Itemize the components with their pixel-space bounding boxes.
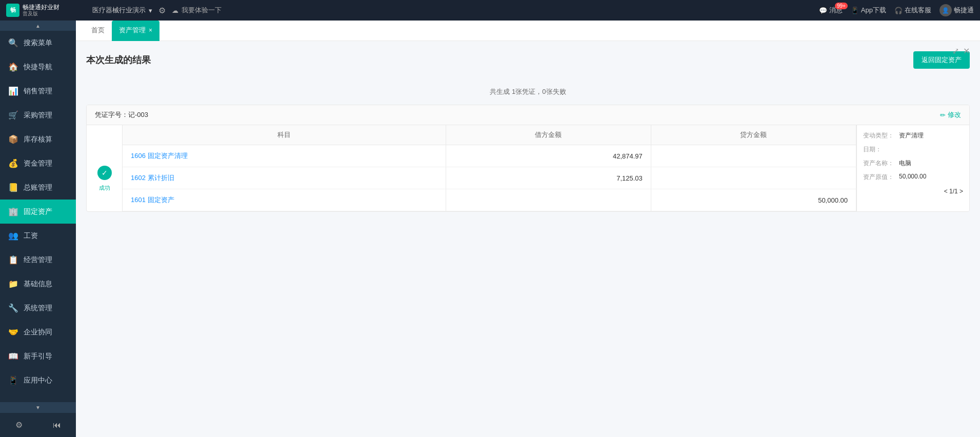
panel-change-type: 变动类型： 资产清理: [863, 131, 963, 140]
panel-date: 日期：: [863, 145, 963, 154]
company-selector[interactable]: 医疗器械行业演示 ▾: [92, 6, 152, 15]
tab-close-icon[interactable]: ×: [149, 27, 152, 34]
sidebar-item-ledger[interactable]: 📒 总账管理: [0, 175, 76, 200]
success-icon: ✓: [97, 166, 112, 180]
sidebar-item-fund[interactable]: 💰 资金管理: [0, 151, 76, 175]
scroll-up-button[interactable]: ▲: [0, 21, 76, 31]
message-badge: 99+: [835, 3, 848, 9]
sidebar-item-label: 销售管理: [24, 87, 52, 96]
asset-name-label: 资产名称：: [863, 159, 899, 168]
expand-icon[interactable]: ⤢: [952, 46, 959, 56]
sidebar-item-label: 企业协同: [24, 328, 52, 337]
page-header: 本次生成的结果 返回固定资产: [86, 51, 970, 69]
change-type-label: 变动类型：: [863, 131, 899, 140]
credit-1601: 50,000.00: [651, 189, 856, 211]
logo-icon: 畅: [6, 4, 19, 17]
sidebar-item-label: 总账管理: [24, 183, 52, 192]
sidebar-item-label: 快捷导航: [24, 63, 52, 72]
customer-service-button[interactable]: 🎧 在线客服: [894, 6, 931, 15]
page-content: ⤢ ✕ 本次生成的结果 返回固定资产 共生成 1张凭证，0张失败 凭证字号：记-…: [76, 41, 980, 437]
column-debit: 借方金额: [446, 125, 651, 145]
sidebar-item-label: 搜索菜单: [24, 38, 52, 48]
sidebar-item-label: 应用中心: [24, 376, 52, 385]
sidebar-item-payroll[interactable]: 👥 工资: [0, 224, 76, 248]
content-area: 首页 资产管理 × ⤢ ✕ 本次生成的结果 返回固定资产 共生成 1张凭证，0张…: [76, 21, 980, 437]
sidebar-item-label: 系统管理: [24, 304, 52, 313]
table-row: 1601 固定资产 50,000.00: [123, 189, 856, 211]
scroll-down-button[interactable]: ▼: [0, 402, 76, 412]
header-center: 医疗器械行业演示 ▾ ⚙ ☁ 我要体验一下: [82, 6, 819, 15]
sidebar-item-basic-info[interactable]: 📁 基础信息: [0, 272, 76, 296]
panel-original-value: 资产原值： 50,000.00: [863, 173, 963, 182]
sidebar-settings-icon[interactable]: ⚙: [12, 417, 26, 433]
edit-label: 修改: [948, 110, 961, 120]
account-1606: 1606 固定资产清理: [123, 145, 446, 167]
sidebar-item-label: 新手引导: [24, 352, 52, 361]
date-label: 日期：: [863, 145, 899, 154]
logo-area: 畅 畅捷通好业财 普及版: [6, 4, 82, 17]
account-1602: 1602 累计折旧: [123, 167, 446, 189]
edit-button[interactable]: ✏ 修改: [940, 110, 961, 120]
change-type-value: 资产清理: [899, 131, 924, 140]
sidebar-item-quick-nav[interactable]: 🏠 快捷导航: [0, 55, 76, 79]
system-icon: 🔧: [8, 303, 18, 313]
tab-home-label: 首页: [91, 26, 105, 35]
voucher-body: ✓ 成功 科目 借方金额 贷方金额: [87, 125, 969, 211]
fund-icon: 💰: [8, 158, 18, 168]
sidebar-item-app-center[interactable]: 📱 应用中心: [0, 368, 76, 392]
sidebar-item-fixed-assets[interactable]: 🏢 固定资产: [0, 200, 76, 224]
voucher-table: 科目 借方金额 贷方金额 1606 固定资产清理 4: [123, 125, 856, 211]
experience-button[interactable]: ☁ 我要体验一下: [172, 6, 222, 15]
debit-1602: 7,125.03: [446, 167, 651, 189]
table-row: 1602 累计折旧 7,125.03: [123, 167, 856, 189]
user-area[interactable]: 👤 畅捷通: [939, 4, 974, 16]
close-icon[interactable]: ✕: [963, 46, 970, 56]
sidebar-item-label: 基础信息: [24, 280, 52, 289]
app-center-icon: 📱: [8, 375, 18, 385]
username: 畅捷通: [954, 6, 974, 15]
sidebar-scroll: 🔍 搜索菜单 🏠 快捷导航 📊 销售管理 🛒 采购管理 📦 库存核算 💰: [0, 31, 76, 402]
top-header: 畅 畅捷通好业财 普及版 医疗器械行业演示 ▾ ⚙ ☁ 我要体验一下 💬 消息 …: [0, 0, 980, 21]
sidebar-item-operations[interactable]: 📋 经营管理: [0, 248, 76, 272]
cloud-icon: ☁: [172, 7, 178, 14]
avatar-icon: 👤: [942, 7, 949, 14]
result-summary: 共生成 1张凭证，0张失败: [86, 79, 970, 105]
voucher-right-panel: 变动类型： 资产清理 日期： 资产名称： 电脑 资产原值：: [856, 125, 969, 211]
sidebar-item-purchase[interactable]: 🛒 采购管理: [0, 103, 76, 127]
guide-icon: 📖: [8, 351, 18, 361]
voucher-block: 凭证字号：记-003 ✏ 修改 ✓ 成功: [86, 105, 970, 212]
original-value-label: 资产原值：: [863, 173, 899, 182]
dialog-controls: ⤢ ✕: [952, 46, 970, 56]
headset-icon: 🎧: [894, 7, 903, 14]
sidebar-collapse-icon[interactable]: ⏮: [50, 418, 64, 433]
home-icon: 🏠: [8, 62, 18, 72]
inventory-icon: 📦: [8, 134, 18, 144]
original-value-value: 50,000.00: [899, 173, 926, 182]
sidebar-item-system[interactable]: 🔧 系统管理: [0, 296, 76, 320]
purchase-icon: 🛒: [8, 110, 18, 120]
tab-home[interactable]: 首页: [84, 21, 112, 41]
sidebar-item-search[interactable]: 🔍 搜索菜单: [0, 31, 76, 55]
panel-pagination[interactable]: < 1/1 >: [863, 188, 963, 195]
settings-icon[interactable]: ⚙: [158, 6, 166, 15]
app-download-button[interactable]: 📱 App下载: [851, 6, 886, 15]
sidebar-bottom: ⚙ ⏮: [0, 412, 76, 437]
sidebar-item-guide[interactable]: 📖 新手引导: [0, 344, 76, 368]
sidebar-item-inventory[interactable]: 📦 库存核算: [0, 127, 76, 151]
sidebar-item-enterprise[interactable]: 🤝 企业协同: [0, 320, 76, 344]
sidebar-item-label: 工资: [24, 231, 38, 241]
sidebar-item-sales[interactable]: 📊 销售管理: [0, 79, 76, 103]
tab-asset-management-label: 资产管理: [119, 26, 146, 35]
debit-1606: 42,874.97: [446, 145, 651, 167]
payroll-icon: 👥: [8, 231, 18, 241]
sidebar-item-label: 经营管理: [24, 255, 52, 265]
sidebar-item-label: 资金管理: [24, 159, 52, 168]
sidebar-item-label: 固定资产: [24, 207, 52, 216]
credit-1602: [651, 167, 856, 189]
column-credit: 贷方金额: [651, 125, 856, 145]
voucher-header: 凭证字号：记-003 ✏ 修改: [87, 105, 969, 125]
message-button[interactable]: 💬 消息 99+: [819, 6, 843, 15]
app-subtitle: 普及版: [23, 11, 59, 17]
ledger-icon: 📒: [8, 183, 18, 192]
tab-asset-management[interactable]: 资产管理 ×: [112, 21, 159, 41]
